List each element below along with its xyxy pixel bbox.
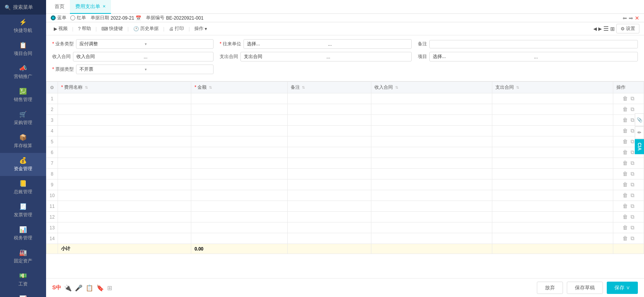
income-contract-cell[interactable] bbox=[371, 190, 492, 201]
expense-name-cell[interactable] bbox=[58, 93, 191, 104]
tab-home[interactable]: 首页 bbox=[49, 0, 70, 14]
window-minimize-icon[interactable]: ⬅ bbox=[622, 15, 627, 21]
income-contract-cell[interactable] bbox=[371, 212, 492, 222]
copy-row-icon[interactable]: ⧉ bbox=[631, 192, 634, 198]
sort-expense-icon[interactable]: ⇅ bbox=[516, 85, 519, 90]
income-contract-cell[interactable] bbox=[371, 126, 492, 136]
sidebar-item-sales-mgmt[interactable]: 💹 销售管理 bbox=[0, 84, 46, 107]
copy-row-icon[interactable]: ⧉ bbox=[631, 224, 634, 231]
mic-icon[interactable]: 🎤 bbox=[75, 284, 83, 292]
delete-row-icon[interactable]: 🗑 bbox=[622, 224, 628, 231]
amount-cell[interactable] bbox=[191, 158, 288, 169]
sidebar-search[interactable]: 🔍 搜索菜单 bbox=[0, 0, 46, 15]
amount-cell[interactable] bbox=[191, 201, 288, 212]
prev-record-icon[interactable]: ◀ bbox=[593, 26, 597, 32]
window-expand-icon[interactable]: ➡ bbox=[629, 15, 633, 21]
sidebar-item-quick-nav[interactable]: ⚡ 快捷导航 bbox=[0, 15, 46, 38]
income-contract-cell[interactable] bbox=[371, 158, 492, 169]
grid-icon[interactable]: ⊞ bbox=[610, 26, 615, 32]
expense-name-cell[interactable] bbox=[58, 201, 191, 212]
note-cell[interactable] bbox=[287, 233, 371, 244]
sort-amount-icon[interactable]: ⇅ bbox=[209, 85, 212, 90]
copy-row-icon[interactable]: ⧉ bbox=[631, 171, 634, 177]
expense-contract-cell[interactable] bbox=[492, 201, 613, 212]
income-contract-select[interactable]: 收入合同 ... bbox=[73, 52, 214, 61]
window-close-icon[interactable]: ✕ bbox=[635, 15, 639, 21]
note-cell[interactable] bbox=[287, 136, 371, 147]
note-input[interactable] bbox=[429, 40, 638, 48]
sidebar-item-fixed-assets[interactable]: 🏭 固定资产 bbox=[0, 245, 46, 268]
blue-bill-radio[interactable]: 蓝单 bbox=[51, 15, 66, 21]
attach-panel-btn[interactable]: 📎 bbox=[635, 113, 644, 126]
discard-button[interactable]: 放弃 bbox=[537, 282, 563, 294]
income-contract-cell[interactable] bbox=[371, 179, 492, 190]
biz-type-select[interactable]: 应付调整 ▾ bbox=[76, 39, 214, 49]
counterpart-select[interactable]: 选择... ... bbox=[243, 39, 412, 49]
copy-row-icon[interactable]: ⧉ bbox=[631, 235, 634, 241]
income-contract-cell[interactable] bbox=[371, 169, 492, 179]
note-cell[interactable] bbox=[287, 126, 371, 136]
sort-expense-name-icon[interactable]: ⇅ bbox=[85, 85, 88, 90]
delete-row-icon[interactable]: 🗑 bbox=[622, 192, 628, 198]
delete-row-icon[interactable]: 🗑 bbox=[622, 138, 628, 144]
income-contract-cell[interactable] bbox=[371, 93, 492, 104]
history-btn[interactable]: 🕐 历史单据 bbox=[130, 24, 162, 33]
amount-cell[interactable] bbox=[191, 93, 288, 104]
income-contract-cell[interactable] bbox=[371, 222, 492, 233]
sidebar-item-inventory[interactable]: 📦 库存核算 bbox=[0, 130, 46, 153]
copy-row-icon[interactable]: ⧉ bbox=[631, 106, 634, 112]
tab-expense-bill[interactable]: 费用支出单 ✕ bbox=[70, 0, 111, 14]
expense-contract-cell[interactable] bbox=[492, 126, 613, 136]
income-contract-cell[interactable] bbox=[371, 136, 492, 147]
print-btn[interactable]: 🖨 打印 bbox=[166, 24, 187, 33]
delete-row-icon[interactable]: 🗑 bbox=[622, 235, 628, 241]
expense-contract-cell[interactable] bbox=[492, 147, 613, 158]
plug-icon[interactable]: 🔌 bbox=[64, 284, 72, 292]
amount-cell[interactable] bbox=[191, 179, 288, 190]
amount-cell[interactable] bbox=[191, 126, 288, 136]
red-radio-input[interactable] bbox=[70, 15, 75, 20]
save-draft-button[interactable]: 保存草稿 bbox=[567, 282, 603, 294]
expense-contract-select[interactable]: 支出合同 ... bbox=[240, 52, 412, 61]
income-contract-dots-icon[interactable]: ... bbox=[144, 54, 210, 60]
expense-name-cell[interactable] bbox=[58, 115, 191, 126]
note-cell[interactable] bbox=[287, 93, 371, 104]
expense-contract-cell[interactable] bbox=[492, 115, 613, 126]
settings-btn[interactable]: ⚙ 设置 bbox=[616, 24, 639, 33]
sidebar-item-accounting[interactable]: 📒 总账管理 bbox=[0, 176, 46, 199]
note-cell[interactable] bbox=[287, 115, 371, 126]
delete-row-icon[interactable]: 🗑 bbox=[622, 117, 628, 123]
amount-cell[interactable] bbox=[191, 115, 288, 126]
amount-cell[interactable] bbox=[191, 169, 288, 179]
amount-cell[interactable] bbox=[191, 233, 288, 244]
blue-radio-input[interactable] bbox=[51, 15, 56, 20]
bookmark-icon[interactable]: 🔖 bbox=[96, 284, 104, 292]
expense-name-cell[interactable] bbox=[58, 169, 191, 179]
expense-contract-cell[interactable] bbox=[492, 222, 613, 233]
expense-contract-cell[interactable] bbox=[492, 233, 613, 244]
expense-contract-cell[interactable] bbox=[492, 93, 613, 104]
expense-name-cell[interactable] bbox=[58, 233, 191, 244]
copy-icon[interactable]: 📋 bbox=[86, 284, 93, 292]
copy-row-icon[interactable]: ⧉ bbox=[631, 149, 634, 155]
sidebar-item-payroll[interactable]: 💵 工资 bbox=[0, 268, 46, 291]
delete-row-icon[interactable]: 🗑 bbox=[622, 171, 628, 177]
invoice-type-select[interactable]: 不开票 ▾ bbox=[76, 65, 214, 74]
amount-cell[interactable] bbox=[191, 147, 288, 158]
expense-contract-cell[interactable] bbox=[492, 136, 613, 147]
sidebar-item-operations-mgmt[interactable]: 📈 经营管理 bbox=[0, 291, 46, 297]
cia-panel-btn[interactable]: CIA bbox=[635, 139, 644, 154]
expense-name-cell[interactable] bbox=[58, 190, 191, 201]
save-button[interactable]: 保存 ∨ bbox=[607, 282, 638, 294]
expense-name-cell[interactable] bbox=[58, 222, 191, 233]
delete-row-icon[interactable]: 🗑 bbox=[622, 106, 628, 112]
note-cell[interactable] bbox=[287, 104, 371, 115]
delete-row-icon[interactable]: 🗑 bbox=[622, 203, 628, 209]
income-contract-cell[interactable] bbox=[371, 233, 492, 244]
project-select[interactable]: 选择... ... bbox=[429, 52, 638, 61]
expense-name-cell[interactable] bbox=[58, 104, 191, 115]
expense-name-cell[interactable] bbox=[58, 126, 191, 136]
sidebar-item-marketing[interactable]: 📣 营销推广 bbox=[0, 61, 46, 84]
delete-row-icon[interactable]: 🗑 bbox=[622, 149, 628, 155]
expense-contract-cell[interactable] bbox=[492, 158, 613, 169]
